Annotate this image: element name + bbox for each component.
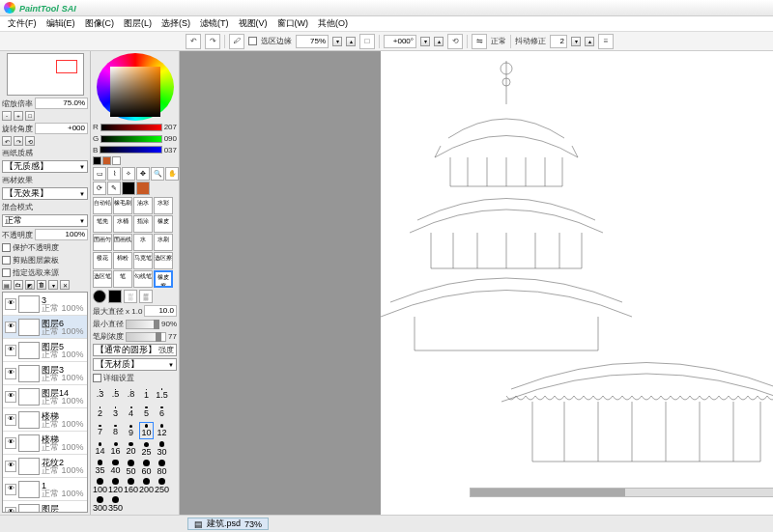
tool-icon[interactable]: 🖊	[229, 34, 244, 49]
size-25[interactable]: 25	[139, 440, 154, 458]
hscrollbar[interactable]	[470, 488, 773, 497]
brush-笔先[interactable]: 笔先	[93, 215, 112, 233]
lock-opt-2[interactable]	[2, 268, 11, 277]
layer-item[interactable]: 👁楼梯正常 100%	[3, 432, 87, 455]
mask-icon[interactable]: ◩	[25, 280, 35, 290]
color-wheel[interactable]	[97, 53, 174, 121]
canvas[interactable]: 10.0	[180, 51, 773, 515]
rotate-icon[interactable]: ⟳	[93, 182, 106, 195]
zoom-fit-icon[interactable]: □	[359, 34, 375, 49]
size-60[interactable]: 60	[139, 459, 154, 476]
eye-icon[interactable]: 👁	[5, 368, 16, 379]
size-160[interactable]: 160	[124, 477, 138, 494]
size-12[interactable]: 12	[155, 422, 169, 439]
menu-select[interactable]: 选择(S)	[157, 17, 194, 30]
zoom-icon[interactable]: 🔍	[151, 167, 164, 181]
brush-选区擦[interactable]: 选区擦	[154, 252, 173, 269]
size-100[interactable]: 100	[93, 477, 107, 494]
size-50[interactable]: 50	[124, 459, 138, 476]
size-35[interactable]: 35	[93, 459, 107, 476]
eye-icon[interactable]: 👁	[5, 298, 16, 310]
zoom-reset[interactable]: □	[25, 111, 35, 121]
size-4[interactable]: 4	[124, 404, 138, 421]
brush-指涂[interactable]: 指涂	[133, 215, 153, 233]
layer-item[interactable]: 👁图层正常 100%	[3, 501, 87, 513]
brush-棉粉[interactable]: 棉粉	[113, 252, 132, 269]
zoom-down[interactable]: ▾	[332, 37, 342, 46]
size-5[interactable]: 5	[139, 404, 154, 421]
redo-icon[interactable]: ↷	[205, 34, 220, 49]
zoom-input[interactable]	[296, 35, 329, 48]
jitter-input[interactable]	[550, 35, 567, 48]
size-40[interactable]: 40	[108, 459, 123, 476]
size-16[interactable]: 16	[108, 440, 123, 458]
brush-tex2-icon[interactable]: ▒	[139, 290, 153, 303]
menu-layer[interactable]: 图层(L)	[120, 17, 156, 30]
rot-slider-value[interactable]: +000	[35, 123, 88, 134]
brush-shape-dropdown[interactable]: 【通常的圆形】强度	[93, 344, 177, 356]
size-350[interactable]: 350	[108, 495, 123, 513]
zoom-minus[interactable]: -	[2, 111, 12, 121]
maxsize-val[interactable]: 10.0	[144, 305, 177, 317]
eye-icon[interactable]: 👁	[5, 484, 16, 495]
size-.8[interactable]: .8	[124, 385, 138, 403]
brush-选区笔[interactable]: 选区笔	[93, 270, 112, 288]
rot-reset[interactable]: ⟲	[25, 136, 35, 146]
brush-round-icon[interactable]	[93, 290, 106, 303]
eye-icon[interactable]: 👁	[5, 391, 16, 403]
size-.3[interactable]: .3	[93, 385, 107, 403]
rot-plus[interactable]: ↷	[14, 136, 23, 146]
jitter-icon[interactable]: ≡	[598, 34, 614, 49]
size-6[interactable]: 6	[155, 404, 169, 421]
menu-file[interactable]: 文件(F)	[4, 17, 41, 30]
rot-minus[interactable]: ↶	[2, 136, 12, 146]
size-250[interactable]: 250	[155, 477, 169, 494]
mat-tex-dropdown[interactable]: 【无效果】▼	[2, 187, 88, 200]
size-8[interactable]: 8	[108, 422, 123, 439]
size-3[interactable]: 3	[108, 404, 123, 421]
wand-icon[interactable]: ✧	[122, 167, 135, 181]
lock-opt-1[interactable]	[2, 256, 11, 265]
size-200[interactable]: 200	[139, 477, 154, 494]
eye-icon[interactable]: 👁	[5, 322, 16, 333]
size-1.5[interactable]: 1.5	[155, 385, 169, 403]
picker-icon[interactable]: ✎	[107, 182, 121, 195]
detail-check[interactable]	[93, 374, 101, 382]
brush-笔[interactable]: 笔	[113, 270, 132, 288]
swatch[interactable]	[112, 156, 121, 165]
jitter-down[interactable]: ▾	[571, 37, 581, 46]
blend-dropdown[interactable]: 正常▼	[2, 214, 88, 227]
angle-input[interactable]	[384, 35, 416, 48]
file-tab[interactable]: ▤ 建筑.psd 73%	[187, 518, 269, 530]
size-80[interactable]: 80	[155, 459, 169, 476]
eye-icon[interactable]: 👁	[5, 437, 16, 449]
size-20[interactable]: 20	[124, 440, 138, 458]
eye-icon[interactable]: 👁	[5, 461, 16, 472]
layer-item[interactable]: 👁图层6正常 100%	[3, 316, 87, 339]
delete-layer-icon[interactable]: 🗑	[37, 280, 46, 290]
eye-icon[interactable]: 👁	[5, 414, 16, 426]
undo-icon[interactable]: ↶	[186, 34, 201, 49]
layer-item[interactable]: 👁花纹2正常 100%	[3, 455, 87, 478]
brush-勾线笔[interactable]: 勾线笔	[133, 270, 153, 288]
brush-水桶[interactable]: 水桶	[113, 215, 132, 233]
brush-tex-dropdown[interactable]: 【无材质】▼	[93, 358, 177, 371]
density-slider[interactable]	[126, 332, 166, 342]
jitter-up[interactable]: ▴	[585, 37, 594, 46]
lock-opt-0[interactable]	[2, 243, 11, 252]
brush-水[interactable]: 水	[133, 234, 153, 251]
bg-color[interactable]	[136, 182, 150, 195]
layer-item[interactable]: 👁图层5正常 100%	[3, 339, 87, 362]
size-9[interactable]: 9	[124, 422, 138, 439]
brush-自动铅[interactable]: 自动铅	[93, 197, 112, 214]
layer-item[interactable]: 👁图层14正常 100%	[3, 385, 87, 408]
layer-item[interactable]: 👁图层3正常 100%	[3, 362, 87, 385]
brush-tex1-icon[interactable]: ░	[124, 290, 137, 303]
angle-down[interactable]: ▾	[420, 37, 430, 46]
opacity-value[interactable]: 100%	[35, 229, 88, 240]
brush-水刷[interactable]: 水刷	[154, 234, 173, 251]
brush-楼花[interactable]: 楼花	[93, 252, 112, 269]
eye-icon[interactable]: 👁	[5, 345, 16, 356]
brush-国画线[interactable]: 国画线	[113, 234, 132, 251]
zoom-slider-value[interactable]: 75.0%	[35, 98, 88, 109]
